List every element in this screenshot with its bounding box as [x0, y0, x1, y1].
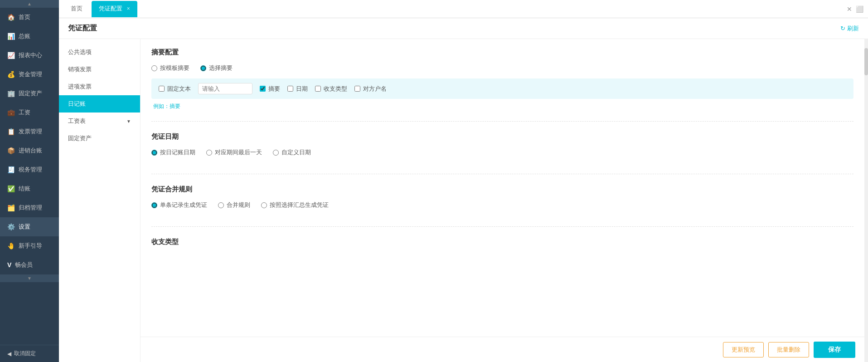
tab-voucher-config[interactable]: 凭证配置 × — [92, 1, 137, 17]
abstract-radio-group: 按模板摘要 选择摘要 — [151, 64, 853, 72]
abstract-config-section: 摘要配置 按模板摘要 选择摘要 — [151, 48, 853, 122]
voucher-date-title: 凭证日期 — [151, 132, 853, 141]
radio-merge-label[interactable]: 合并规则 — [218, 201, 250, 209]
income-type-section: 收支类型 — [151, 238, 853, 264]
tab-home[interactable]: 首页 — [63, 1, 90, 17]
example-text: 例如：摘要 — [151, 103, 853, 110]
sidebar-unpin-button[interactable]: ◀ 取消固定 — [0, 345, 59, 362]
radio-batch[interactable] — [261, 202, 267, 208]
sidebar-item-guide[interactable]: 🤚 新手引导 — [0, 236, 59, 255]
income-type-title: 收支类型 — [151, 238, 853, 246]
sales-icon: 📦 — [7, 147, 15, 154]
abstract-config-title: 摘要配置 — [151, 48, 853, 57]
voucher-date-radio-group: 按日记账日期 对应期间最后一天 自定义日期 — [151, 148, 853, 157]
radio-last-day-label[interactable]: 对应期间最后一天 — [206, 148, 262, 157]
voucher-date-section: 凭证日期 按日记账日期 对应期间最后一天 自定义日期 — [151, 132, 853, 174]
checkbox-date-label[interactable]: 日期 — [287, 85, 308, 93]
radio-template-label[interactable]: 按模板摘要 — [151, 64, 189, 72]
checkbox-income-type[interactable] — [315, 86, 321, 92]
footer-bar: 更新预览 批量删除 保存 — [141, 337, 864, 362]
refresh-button[interactable]: ↻ 刷新 — [840, 24, 859, 33]
radio-select-label[interactable]: 选择摘要 — [200, 64, 233, 72]
chevron-down-icon: ▼ — [126, 119, 131, 124]
checkbox-fixed-text-label[interactable]: 固定文本 — [159, 85, 191, 93]
reports-icon: 📈 — [7, 52, 15, 59]
save-button[interactable]: 保存 — [814, 342, 855, 358]
left-nav: 公共选项 销项发票 进项发票 日记账 工资表 ▼ 固定资产 — [59, 39, 141, 362]
vip-icon: V — [7, 261, 11, 269]
checkbox-abstract-label[interactable]: 摘要 — [260, 85, 280, 93]
page-title: 凭证配置 — [68, 24, 97, 33]
sidebar-item-funds[interactable]: 💰 资金管理 — [0, 65, 59, 84]
settings-icon: ⚙️ — [7, 223, 15, 230]
checkbox-counterpart[interactable] — [354, 86, 360, 92]
sidebar-item-reports[interactable]: 📈 报表中心 — [0, 46, 59, 65]
left-nav-journal[interactable]: 日记账 — [59, 95, 140, 113]
left-nav-fixed-assets[interactable]: 固定资产 — [59, 130, 140, 147]
merge-rules-title: 凭证合并规则 — [151, 185, 853, 194]
sidebar-item-vip[interactable]: V 畅会员 — [0, 255, 59, 274]
radio-merge[interactable] — [218, 202, 224, 208]
salary-icon: 💼 — [7, 109, 15, 116]
merge-rules-radio-group: 单条记录生成凭证 合并规则 按照选择汇总生成凭证 — [151, 201, 853, 209]
sidebar-item-invoices[interactable]: 📋 发票管理 — [0, 122, 59, 141]
refresh-icon: ↻ — [840, 25, 845, 32]
sidebar-item-settle[interactable]: ✅ 结账 — [0, 179, 59, 198]
invoices-icon: 📋 — [7, 128, 15, 135]
sidebar-item-archive[interactable]: 🗂️ 归档管理 — [0, 198, 59, 217]
sidebar-item-assets[interactable]: 🏢 固定资产 — [0, 84, 59, 103]
checkbox-abstract[interactable] — [260, 86, 266, 92]
radio-journal-date[interactable] — [151, 150, 157, 156]
sidebar-scroll-down[interactable]: ▼ — [0, 274, 59, 282]
radio-custom-date[interactable] — [273, 150, 279, 156]
assets-icon: 🏢 — [7, 90, 15, 97]
left-nav-purchase-invoice[interactable]: 进项发票 — [59, 78, 140, 95]
main-area: 首页 凭证配置 × ✕ ⬜ 凭证配置 ↻ 刷新 公共选项 销项发票 进 — [59, 0, 868, 362]
abstract-options-row: 固定文本 摘要 日期 收支类型 — [151, 78, 853, 99]
sidebar-item-salary[interactable]: 💼 工资 — [0, 103, 59, 122]
checkbox-income-type-label[interactable]: 收支类型 — [315, 85, 347, 93]
left-nav-public[interactable]: 公共选项 — [59, 44, 140, 61]
home-icon: 🏠 — [7, 14, 15, 21]
sidebar-item-home[interactable]: 🏠 首页 — [0, 8, 59, 27]
radio-single[interactable] — [151, 202, 157, 208]
right-content: 摘要配置 按模板摘要 选择摘要 — [141, 39, 864, 337]
left-nav-payroll[interactable]: 工资表 ▼ — [59, 113, 140, 130]
content-area: 公共选项 销项发票 进项发票 日记账 工资表 ▼ 固定资产 — [59, 39, 868, 362]
checkbox-fixed-text[interactable] — [159, 86, 165, 92]
sidebar-item-settings[interactable]: ⚙️ 设置 — [0, 217, 59, 236]
radio-template[interactable] — [151, 65, 157, 71]
sidebar-item-tax[interactable]: 🧾 税务管理 — [0, 160, 59, 179]
left-nav-sales-invoice[interactable]: 销项发票 — [59, 61, 140, 78]
page-header: 凭证配置 ↻ 刷新 — [59, 18, 868, 39]
radio-journal-date-label[interactable]: 按日记账日期 — [151, 148, 195, 157]
update-preview-button[interactable]: 更新预览 — [723, 342, 764, 357]
fixed-text-input[interactable] — [198, 83, 252, 94]
checkbox-counterpart-label[interactable]: 对方户名 — [354, 85, 387, 93]
merge-rules-section: 凭证合并规则 单条记录生成凭证 合并规则 按照选择汇总生成凭证 — [151, 185, 853, 227]
settle-icon: ✅ — [7, 185, 15, 192]
sidebar-scroll-up[interactable]: ▲ — [0, 0, 59, 8]
batch-delete-button[interactable]: 批量删除 — [768, 342, 809, 357]
sidebar-item-sales[interactable]: 📦 进销台账 — [0, 141, 59, 160]
radio-batch-label[interactable]: 按照选择汇总生成凭证 — [261, 201, 329, 209]
radio-single-label[interactable]: 单条记录生成凭证 — [151, 201, 207, 209]
radio-select[interactable] — [200, 65, 206, 71]
tab-close-icon[interactable]: × — [127, 5, 130, 12]
radio-last-day[interactable] — [206, 150, 212, 156]
guide-icon: 🤚 — [7, 242, 15, 249]
scroll-track — [864, 39, 868, 362]
sidebar-item-ledger[interactable]: 📊 总账 — [0, 27, 59, 46]
maximize-icon[interactable]: ⬜ — [856, 5, 863, 13]
checkbox-date[interactable] — [287, 86, 293, 92]
tab-bar-actions: ✕ ⬜ — [847, 5, 863, 13]
scroll-thumb[interactable] — [864, 48, 868, 75]
ledger-icon: 📊 — [7, 33, 15, 40]
tab-bar: 首页 凭证配置 × ✕ ⬜ — [59, 0, 868, 18]
pin-icon: ◀ — [7, 351, 11, 357]
archive-icon: 🗂️ — [7, 204, 15, 211]
sidebar: ▲ 🏠 首页 📊 总账 📈 报表中心 💰 资金管理 🏢 固定资产 💼 工资 📋 … — [0, 0, 59, 362]
radio-custom-date-label[interactable]: 自定义日期 — [273, 148, 311, 157]
close-window-icon[interactable]: ✕ — [847, 5, 852, 13]
funds-icon: 💰 — [7, 71, 15, 78]
